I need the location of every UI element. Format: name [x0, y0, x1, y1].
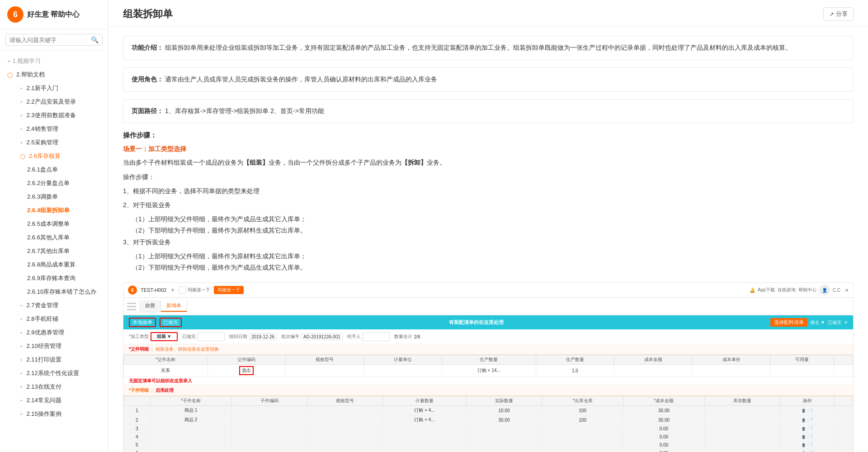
plus-icon-small: +	[20, 303, 23, 308]
sidebar-item-s2_12[interactable]: + 2.12系统个性化设置	[7, 366, 108, 380]
scene1-desc: 当由多个子件材料组装成一个成品的业务为【组装】业务，当由一个父件拆分成多个子产品…	[123, 157, 854, 168]
sidebar-item-label: 2.13在线支付	[26, 383, 61, 391]
share-label: 分享	[836, 10, 848, 18]
steps-title: 操作步骤：	[123, 171, 854, 183]
sidebar-item-label: 2.6库存核算	[29, 152, 61, 160]
sidebar-item-label: 2.6.3调拨单	[27, 193, 58, 201]
sidebar-item-label: 2.6.8商品成本重算	[27, 261, 75, 269]
sidebar-item-s2_6_1[interactable]: 2.6.1盘点单	[14, 163, 108, 176]
sidebar-item-s2_6_8[interactable]: 2.6.8商品成本重算	[14, 258, 108, 271]
sidebar-item-s2_3[interactable]: + 2.3使用前数据准备	[7, 109, 108, 122]
sidebar-item-s2_6_5[interactable]: 2.6.5成本调整单	[14, 217, 108, 231]
sidebar-item-video[interactable]: + 1.视频学习	[0, 54, 108, 68]
logo-area: 6 好生意 帮助中心	[0, 0, 108, 29]
nav-sub-inventory: 2.6.1盘点单 2.6.2分量盘点单 2.6.3调拨单 2.6.4组装拆卸单 …	[7, 163, 108, 299]
sidebar-item-label: 2.7资金管理	[26, 301, 58, 309]
role-box: 使用角色： 通常由生产人员或库管人员完成拆装业务的操作，库管人员确认原材料的出库…	[123, 67, 854, 92]
sidebar-item-s2_4[interactable]: + 2.4销售管理	[7, 122, 108, 136]
role-label: 使用角色：	[132, 76, 163, 83]
sidebar-item-label: 2.8手机旺铺	[26, 315, 58, 323]
plus-icon-small: +	[20, 357, 23, 362]
sidebar-item-s2_14[interactable]: + 2.14常见问题	[7, 394, 108, 407]
plus-icon: +	[7, 58, 11, 65]
step3-sub1: （1）上部明细为父件明细，最终作为原材料生成其它出库单；	[132, 251, 854, 262]
sidebar-item-label: 2.6.9库存账本查询	[27, 274, 75, 282]
ops-title: 操作步骤：	[123, 131, 854, 140]
func-intro-text: 组装拆卸单用来处理企业组装或拆卸等加工业务，支持有固定装配清单的产品加工业务，也…	[165, 44, 792, 51]
minus-icon: ◯	[7, 72, 13, 78]
mock-table-child: *子件名称子件编码规格型号计量数量 实际数量*出库仓库*成本金额库存数量操作 1…	[123, 396, 853, 452]
nav-sub-help: + 2.1新手入门 + 2.2产品安装及登录 + 2.3使用前数据准备 + 2.…	[0, 81, 108, 421]
sidebar-item-label: 2.帮助文档	[16, 71, 45, 79]
nav-tree: + 1.视频学习 ◯ 2.帮助文档 + 2.1新手入门 + 2.2产品安装及登录…	[0, 51, 108, 452]
mock-table-parent: *父件名称父件编码规格型号计量单位 生产数量生产数量成本金额成本单价可用量 关系…	[123, 355, 853, 377]
role-text: 通常由生产人员或库管人员完成拆装业务的操作，库管人员确认原材料的出库和产成品的入…	[165, 76, 437, 83]
main-content: 组装拆卸单 ↗ 分享 功能介绍： 组装拆卸单用来处理企业组装或拆卸等加工业务，支…	[108, 0, 868, 452]
sidebar-item-s2_5[interactable]: + 2.5采购管理	[7, 136, 108, 149]
sidebar-item-s2_6_4[interactable]: 2.6.4组装拆卸单	[14, 204, 108, 217]
sidebar-item-s2_6_3[interactable]: 2.6.3调拨单	[14, 190, 108, 204]
step2-sub1: （1）上部明细为父件明细，最终作为产成品生成其它入库单；	[132, 214, 854, 225]
sidebar-item-s2_6_9[interactable]: 2.6.9库存账本查询	[14, 271, 108, 285]
path-box: 页面路径： 1、库存核算->库存管理->组装拆卸单 2、首页->常用功能	[123, 99, 854, 124]
sidebar-item-s2_6[interactable]: ◯ 2.6库存核算	[7, 149, 108, 163]
sidebar-item-label: 2.10经营管理	[26, 342, 61, 350]
plus-icon-small: +	[20, 113, 23, 118]
section-label-child: *子件明细	[129, 387, 149, 394]
plus-icon-small: +	[20, 126, 23, 132]
step2: 2、对于组装业务	[123, 200, 854, 211]
mock-titlebar: 6 TEST-H002 ▼ 同频道一下 同频道一下 🔔 App下载 在线咨询	[123, 283, 853, 298]
sidebar-item-label: 2.4销售管理	[26, 125, 58, 133]
sidebar-item-label: 2.6.6其他入库单	[27, 233, 70, 242]
plus-icon-small: +	[20, 99, 23, 105]
sidebar-item-s2_9[interactable]: + 2.9优惠券管理	[7, 326, 108, 339]
sidebar-item-s2_6_2[interactable]: 2.6.2分量盘点单	[14, 176, 108, 190]
sidebar-item-label: 2.2产品安装及登录	[26, 98, 75, 106]
plus-icon-small: +	[20, 384, 23, 390]
sidebar-item-s2_2[interactable]: + 2.2产品安装及登录	[7, 95, 108, 109]
screenshot-container: 6 TEST-H002 ▼ 同频道一下 同频道一下 🔔 App下载 在线咨询	[123, 282, 854, 452]
step3-subs: （1）上部明细为父件明细，最终作为原材料生成其它出库单； （2）下部明细为子件明…	[123, 251, 854, 273]
sidebar-item-label: 2.14常见问题	[26, 396, 61, 404]
step3: 3、对于拆装业务	[123, 237, 854, 248]
sidebar-item-label: 2.11打印设置	[26, 356, 61, 364]
plus-icon-small: +	[20, 330, 23, 335]
mock-tab-zying[interactable]: 自营	[140, 300, 161, 312]
func-intro-label: 功能介绍：	[132, 44, 163, 51]
sidebar-item-s2_6_7[interactable]: 2.6.7其他出库单	[14, 244, 108, 258]
mock-tab-new[interactable]: 新增单	[161, 300, 187, 312]
sidebar-item-label: 2.6.2分量盘点单	[27, 179, 70, 187]
plus-icon-small: +	[20, 398, 23, 403]
sidebar-item-label: 2.9优惠券管理	[26, 328, 64, 337]
minus-icon-small: ◯	[20, 153, 25, 159]
plus-icon-small: +	[20, 140, 23, 145]
search-box[interactable]: 🔍	[5, 34, 103, 46]
plus-icon-small: +	[20, 411, 23, 417]
sidebar-item-s2_13[interactable]: + 2.13在线支付	[7, 380, 108, 394]
share-button[interactable]: ↗ 分享	[823, 7, 854, 21]
section-label-parent: *父件明细	[129, 346, 149, 352]
plus-icon-small: +	[20, 86, 23, 91]
sidebar-item-s2_6_6[interactable]: 2.6.6其他入库单	[14, 231, 108, 244]
mock-header-annotation: 有装配清单的在这里处理	[449, 319, 504, 326]
mock-title: TEST-H002	[141, 287, 166, 293]
sidebar-item-label: 1.视频学习	[13, 57, 41, 65]
sidebar-item-s2_10[interactable]: + 2.10经营管理	[7, 339, 108, 353]
page-title: 组装拆卸单	[123, 7, 173, 21]
search-input[interactable]	[9, 37, 91, 43]
sidebar-item-s2_6_10[interactable]: 2.6.10库存账本错了怎么办	[14, 285, 108, 299]
sidebar-item-s2_8[interactable]: + 2.8手机旺铺	[7, 312, 108, 326]
sidebar-item-s2_15[interactable]: + 2.15操作案例	[7, 407, 108, 421]
sidebar-item-s2_1[interactable]: + 2.1新手入门	[7, 81, 108, 95]
sidebar-item-s2_7[interactable]: + 2.7资金管理	[7, 299, 108, 312]
path-text: 1、库存核算->库存管理->组装拆卸单 2、首页->常用功能	[165, 107, 324, 114]
sidebar-item-label: 2.12系统个性化设置	[26, 369, 79, 377]
brand-name: 好生意 帮助中心	[27, 10, 80, 19]
page-header: 组装拆卸单 ↗ 分享	[108, 0, 868, 27]
sidebar-item-s2_11[interactable]: + 2.11打印设置	[7, 353, 108, 366]
sidebar-item-label: 2.6.5成本调整单	[27, 220, 70, 228]
sidebar-item-help-docs[interactable]: ◯ 2.帮助文档	[0, 68, 108, 81]
content-area: 功能介绍： 组装拆卸单用来处理企业组装或拆卸等加工业务，支持有固定装配清单的产品…	[108, 27, 868, 452]
plus-icon-small: +	[20, 316, 23, 322]
scene1-title: 场景一：加工类型选择	[123, 145, 854, 153]
